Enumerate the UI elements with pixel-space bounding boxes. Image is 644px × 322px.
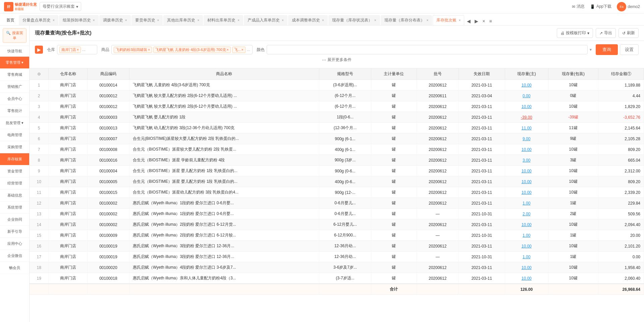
cell-expiry: 2021-03-11 — [459, 241, 505, 252]
cell-stock-main[interactable]: 10.00 — [505, 219, 548, 230]
cell-warehouse: 南岸门店 — [49, 209, 88, 219]
tab-close-icon[interactable]: × — [237, 18, 239, 22]
settings-btn[interactable]: 设置 — [620, 44, 639, 55]
query-btn[interactable]: 查询 — [596, 44, 618, 55]
product-filter-more[interactable]: ... — [247, 47, 250, 52]
tab-chanpinruku[interactable]: 产成品入库单历史 × — [244, 15, 287, 25]
cell-stock-main[interactable]: 1.00 — [505, 230, 548, 241]
template-print-btn[interactable]: 🖨 按模板打印 ▾ — [557, 28, 593, 38]
cell-stock-main[interactable]: 10.00 — [505, 241, 548, 252]
tab-chenben[interactable]: 成本调整单历史 × — [288, 15, 328, 25]
tab-next-btn[interactable]: ▶ — [473, 17, 480, 25]
sidebar-item-retail-stats[interactable]: 零售统计 — [0, 105, 29, 117]
tab-close-icon[interactable]: × — [459, 18, 461, 22]
product-tag-3: 飞... × — [232, 47, 246, 53]
tab-close-icon[interactable]: × — [322, 18, 324, 22]
sidebar-item-guide[interactable]: 新手引导 — [0, 226, 29, 238]
product-tag-close-2[interactable]: × — [227, 48, 229, 52]
tab-close-icon[interactable]: × — [53, 18, 55, 22]
cell-stock-main[interactable]: 10.00 — [505, 176, 548, 187]
sidebar-item-apps[interactable]: 应用中心 — [0, 238, 29, 250]
sidebar-item-finance[interactable]: 资金管理 — [0, 165, 29, 177]
color-filter-arrow[interactable]: ▾ — [590, 47, 592, 52]
message-btn[interactable]: ✉ 消息 — [572, 4, 585, 9]
cell-stock-main[interactable]: 10.00 — [505, 187, 548, 198]
table-row: 6 南岸门店 00100007 合生元(BIOSTIME)派星较大婴儿配方奶粉 … — [30, 133, 644, 144]
cell-stock-main[interactable]: 1.00 — [505, 252, 548, 262]
cell-stock-main[interactable]: 10.00 — [505, 144, 548, 155]
tab-diaobodanlijshii[interactable]: 调拨单历史 × — [99, 15, 131, 25]
sidebar-item-retail-mall[interactable]: 零售商城 — [0, 69, 29, 81]
tab-xiancunliang1[interactable]: 现存量（库存状况表） × — [328, 15, 380, 25]
refresh-btn[interactable]: ↺ 刷新 — [619, 28, 639, 38]
cell-stock-pkg: 0罐 — [548, 91, 598, 101]
sidebar-item-marketing[interactable]: 营销推广 — [0, 81, 29, 93]
tab-yaohuo[interactable]: 要货单历史 × — [131, 15, 163, 25]
tab-home[interactable]: 首页 — [3, 15, 18, 25]
cell-stock-main[interactable]: 2.00 — [505, 209, 548, 219]
tab-close-icon[interactable]: × — [374, 18, 376, 22]
cell-stock-main[interactable]: -39.00 — [505, 112, 548, 123]
content-area: 现存量查询(按仓库+批次) 🖨 按模板打印 ▾ ↗ 导出 ↺ 刷新 — [30, 25, 644, 322]
cell-stock-main[interactable]: 10.00 — [505, 166, 548, 176]
warehouse-tags[interactable]: 南岸门店 × ... — [57, 45, 97, 54]
tab-close-icon[interactable]: × — [282, 18, 284, 22]
tab-close-icon[interactable]: × — [427, 18, 429, 22]
sidebar-item-enterprise[interactable]: 企业协同 — [0, 214, 29, 226]
cell-stock-main[interactable]: 1.00 — [505, 198, 548, 209]
tab-prev-btn[interactable]: ◀ — [465, 17, 473, 25]
sidebar-item-purchase[interactable]: 采购管理 — [0, 141, 29, 153]
product-tags[interactable]: 飞鹤奶粉3段四罐装 × 飞鹤星飞帆 儿童奶粉 4段(3-6岁适用) 700克 ×… — [111, 45, 253, 54]
cell-stock-main[interactable]: 9.00 — [505, 133, 548, 144]
cell-stock-main[interactable]: 11.00 — [505, 123, 548, 133]
sidebar-item-members[interactable]: 会员中心 — [0, 93, 29, 105]
store-selector[interactable]: 母婴行业演示账套 ▾ — [40, 2, 81, 11]
cell-expiry: 2021-03-11 — [459, 166, 505, 176]
sidebar-item-operations[interactable]: 经营管理 — [0, 177, 29, 190]
tab-qitachuku[interactable]: 其他出库单历史 × — [163, 15, 203, 25]
tab-close-icon[interactable]: × — [125, 18, 127, 22]
sidebar-item-system[interactable]: 系统管理 — [0, 202, 29, 214]
sidebar-item-wechat[interactable]: 企业微信 — [0, 250, 29, 262]
warehouse-tag-close[interactable]: × — [77, 48, 79, 52]
app-download-btn[interactable]: 📱 App下载 — [590, 4, 611, 9]
cell-batch: 20200612 — [417, 80, 459, 91]
cell-stock-main[interactable]: 0.00 — [505, 91, 548, 101]
tab-close-icon[interactable]: × — [197, 18, 199, 22]
sidebar-item-changhui[interactable]: 畅会员 — [0, 262, 29, 274]
settings-col-icon[interactable]: ⚙ — [37, 72, 41, 76]
cell-amount: 665.04 — [598, 155, 644, 166]
tab-close-icon[interactable]: × — [157, 18, 159, 22]
product-tag-close-3[interactable]: × — [241, 48, 244, 52]
export-btn[interactable]: ↗ 导出 — [596, 28, 616, 38]
user-area[interactable]: Ea demo2 — [617, 2, 640, 11]
tab-menu-btn[interactable]: ≡ — [487, 17, 494, 25]
tab-close-all-btn[interactable]: × — [480, 17, 487, 25]
sidebar-item-ecommerce[interactable]: 电商管理 — [0, 129, 29, 141]
col-settings[interactable]: ⚙ — [30, 68, 49, 80]
product-tag-close-1[interactable]: × — [148, 48, 150, 52]
sidebar-item-retail-management[interactable]: 零售管理 ▾ — [0, 57, 29, 69]
expand-more-conditions-btn[interactable]: ⋯ 展开更多条件 — [35, 55, 639, 65]
cell-stock-main[interactable]: 10.00 — [505, 273, 548, 284]
color-filter-input[interactable] — [267, 45, 588, 54]
cell-name: 惠氏启赋（Wyeth illuma）3段奶粉 爱尔兰进口 12-36月... — [129, 241, 319, 252]
search-menu-btn[interactable]: 🔍 搜索英单 — [3, 28, 26, 43]
tab-cailiaochuku[interactable]: 材料出库单历史 × — [204, 15, 243, 25]
filter-collapse-btn[interactable]: ▶ — [35, 46, 43, 54]
sidebar-quick[interactable]: 快捷导航 — [0, 46, 29, 57]
tab-close-icon[interactable]: × — [93, 18, 95, 22]
tab-kucunpici[interactable]: 库存批次账 × — [433, 15, 464, 25]
sidebar-item-wholesale[interactable]: 批发管理 ▾ — [0, 117, 29, 129]
sidebar-item-label: 零售商城 — [7, 72, 22, 76]
tab-xiancunliang2[interactable]: 现存量（库存分布表） × — [381, 15, 432, 25]
warehouse-filter-more[interactable]: ... — [82, 47, 86, 52]
cell-stock-main[interactable]: 10.00 — [505, 80, 548, 91]
cell-stock-main[interactable]: 3.00 — [505, 155, 548, 166]
sidebar-item-basics[interactable]: 基础信息 — [0, 190, 29, 202]
tab-fenliangpandian[interactable]: 分量盘点单历史 × — [19, 15, 58, 25]
cell-stock-main[interactable]: 10.00 — [505, 262, 548, 273]
tab-zuzhangchaichao[interactable]: 组装拆卸单历史 × — [59, 15, 99, 25]
sidebar-item-inventory[interactable]: 库存核算 — [0, 153, 29, 165]
cell-stock-main[interactable]: 10.00 — [505, 101, 548, 112]
